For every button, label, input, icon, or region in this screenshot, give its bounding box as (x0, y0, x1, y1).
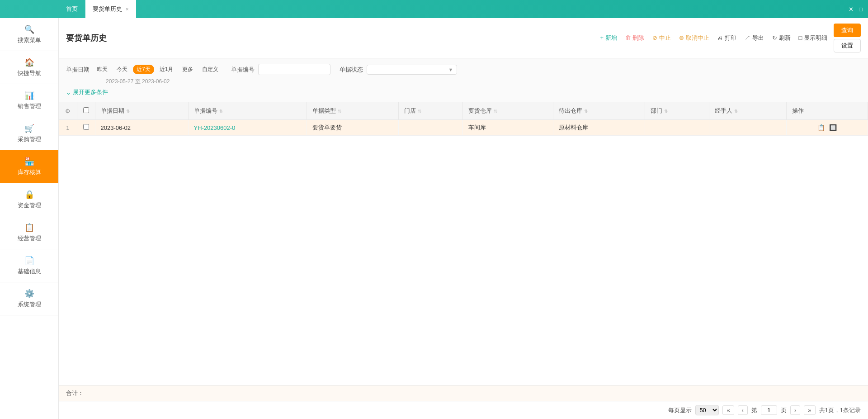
tab-requisition-history[interactable]: 要货单历史 × (85, 0, 136, 18)
close-tab-icon[interactable]: × (126, 6, 128, 12)
docno-filter-input[interactable] (258, 64, 330, 75)
date-btn-more[interactable]: 更多 (179, 65, 197, 74)
date-btn-custom[interactable]: 自定义 (198, 65, 222, 74)
top-bar-right: ✕ □ (849, 6, 868, 13)
cell-rownum: 1 (59, 120, 77, 136)
status-filter-group: 单据状态 ▼ (340, 65, 457, 75)
sort-icon-doctype: ⇅ (338, 109, 341, 114)
date-btn-today[interactable]: 今天 (113, 65, 131, 74)
pagination-bar: 每页显示 50 100 200 « ‹ 第 页 › » 共1页，1条记录 (59, 401, 868, 419)
sidebar-item-sales-mgmt[interactable]: 📊 销售管理 (0, 84, 58, 117)
finance-icon: 🔒 (24, 190, 34, 200)
tab-home[interactable]: 首页 (59, 0, 85, 18)
th-handler[interactable]: 经手人⇅ (709, 102, 786, 120)
prev-page-button[interactable]: ‹ (738, 405, 748, 415)
inventory-icon: 🏪 (24, 157, 34, 167)
th-dept[interactable]: 部门⇅ (645, 102, 709, 120)
status-filter-select[interactable]: ▼ (367, 65, 457, 75)
print-button[interactable]: 🖨 打印 (715, 32, 740, 44)
cell-dept (645, 120, 709, 136)
row-checkbox[interactable] (83, 124, 89, 130)
cell-store (399, 120, 463, 136)
date-filter-label: 单据日期 (66, 66, 90, 74)
status-filter-label: 单据状态 (340, 66, 363, 74)
query-button[interactable]: 查询 (834, 24, 861, 37)
row-detail-icon[interactable]: 🔲 (829, 124, 837, 131)
table-footer: 合计： (59, 385, 868, 401)
cell-pend-warehouse: 原材料仓库 (553, 120, 645, 136)
th-req-warehouse[interactable]: 要货仓库⇅ (462, 102, 553, 120)
docno-filter-group: 单据编号 (231, 64, 330, 75)
cell-doc-no: YH-20230602-0 (188, 120, 307, 136)
cell-handler (709, 120, 786, 136)
sidebar-item-search-menu[interactable]: 🔍 搜索菜单 (0, 18, 58, 51)
display-detail-button[interactable]: □ 显示明细 (796, 32, 830, 44)
date-filter-buttons: 昨天 今天 近7天 近1月 更多 自定义 (93, 65, 222, 74)
window-maximize-icon[interactable]: □ (859, 6, 863, 13)
date-btn-last1month[interactable]: 近1月 (156, 65, 177, 74)
sort-icon-docdate: ⇅ (126, 109, 130, 114)
page-header: 要货单历史 + 新增 🗑 删除 ⊘ 中止 ⊗ 取消中止 🖨 打印 ↗ 导出 ↻ … (59, 18, 868, 58)
th-doc-date[interactable]: 单据日期⇅ (95, 102, 188, 120)
sort-icon-handler: ⇅ (734, 109, 738, 114)
settings-button[interactable]: 设置 (834, 39, 861, 52)
th-settings[interactable]: ⚙ (59, 102, 77, 120)
sidebar-item-purchase-mgmt[interactable]: 🛒 采购管理 (0, 117, 58, 150)
sidebar-item-basic-info[interactable]: 📄 基础信息 (0, 249, 58, 282)
th-pend-warehouse[interactable]: 待出仓库⇅ (553, 102, 645, 120)
main-layout: 🔍 搜索菜单 🏠 快捷导航 📊 销售管理 🛒 采购管理 🏪 库存核算 🔒 资金管… (0, 18, 868, 419)
page-input[interactable] (761, 405, 777, 415)
sidebar-item-quick-nav[interactable]: 🏠 快捷导航 (0, 51, 58, 84)
sales-icon: 📊 (24, 90, 34, 100)
page-label-before: 第 (751, 406, 757, 414)
date-filter-group: 单据日期 昨天 今天 近7天 近1月 更多 自定义 (66, 65, 222, 74)
date-range-row: 2023-05-27 至 2023-06-02 (66, 77, 861, 86)
select-all-checkbox[interactable] (83, 107, 89, 113)
th-doc-no[interactable]: 单据编号⇅ (188, 102, 307, 120)
chevron-down-expand-icon: ⌄ (66, 89, 71, 96)
docno-filter-label: 单据编号 (231, 66, 255, 74)
refresh-button[interactable]: ↻ 刷新 (769, 32, 793, 44)
query-settings-buttons: 查询 设置 (834, 24, 861, 52)
last-page-button[interactable]: » (804, 405, 815, 415)
window-close-icon[interactable]: ✕ (849, 6, 854, 13)
home-icon: 🏠 (24, 57, 34, 67)
expand-more-button[interactable]: ⌄ 展开更多条件 (66, 86, 861, 96)
sort-icon-pend-wh: ⇅ (584, 109, 588, 114)
total-info: 共1页，1条记录 (819, 406, 861, 414)
table-header-row: ⚙ 单据日期⇅ 单据编号⇅ 单据类型⇅ 门店⇅ 要货仓库⇅ 待出仓库⇅ 部门⇅ … (59, 102, 868, 120)
row-edit-icon[interactable]: 📋 (817, 124, 825, 131)
th-actions: 操作 (786, 102, 868, 120)
filter-row: 单据日期 昨天 今天 近7天 近1月 更多 自定义 单据编号 (66, 64, 861, 75)
sidebar-item-sys-mgmt[interactable]: ⚙️ 系统管理 (0, 282, 58, 315)
sidebar-item-inventory[interactable]: 🏪 库存核算 (0, 150, 58, 183)
sort-icon-store: ⇅ (418, 109, 421, 114)
requisition-table: ⚙ 单据日期⇅ 单据编号⇅ 单据类型⇅ 门店⇅ 要货仓库⇅ 待出仓库⇅ 部门⇅ … (59, 102, 868, 136)
stop-button[interactable]: ⊘ 中止 (650, 32, 674, 44)
next-page-button[interactable]: › (790, 405, 800, 415)
chevron-down-icon: ▼ (448, 67, 453, 72)
cell-doc-date: 2023-06-02 (95, 120, 188, 136)
new-button[interactable]: + 新增 (598, 32, 620, 44)
top-bar: 首页 要货单历史 × ✕ □ (0, 0, 868, 18)
sidebar-item-finance-mgmt[interactable]: 🔒 资金管理 (0, 183, 58, 216)
th-store[interactable]: 门店⇅ (399, 102, 463, 120)
export-button[interactable]: ↗ 导出 (742, 32, 767, 44)
header-actions-bar: + 新增 🗑 删除 ⊘ 中止 ⊗ 取消中止 🖨 打印 ↗ 导出 ↻ 刷新 □ 显… (598, 24, 861, 52)
cancel-stop-button[interactable]: ⊗ 取消中止 (676, 32, 712, 44)
page-size-label: 每页显示 (668, 406, 692, 414)
th-doc-type[interactable]: 单据类型⇅ (307, 102, 399, 120)
date-btn-last7days[interactable]: 近7天 (133, 65, 154, 74)
table-row: 1 2023-06-02 YH-20230602-0 要货单要货 车间库 原材料… (59, 120, 868, 136)
cell-checkbox (77, 120, 95, 136)
first-page-button[interactable]: « (722, 405, 734, 415)
delete-button[interactable]: 🗑 删除 (623, 32, 647, 44)
page-size-select[interactable]: 50 100 200 (695, 405, 719, 415)
doc-no-link[interactable]: YH-20230602-0 (194, 124, 236, 131)
page-label-after: 页 (781, 406, 787, 414)
date-btn-yesterday[interactable]: 昨天 (93, 65, 111, 74)
sidebar-item-ops-mgmt[interactable]: 📋 经营管理 (0, 216, 58, 249)
sidebar: 🔍 搜索菜单 🏠 快捷导航 📊 销售管理 🛒 采购管理 🏪 库存核算 🔒 资金管… (0, 18, 59, 419)
table-body: 1 2023-06-02 YH-20230602-0 要货单要货 车间库 原材料… (59, 120, 868, 136)
table-wrapper: ⚙ 单据日期⇅ 单据编号⇅ 单据类型⇅ 门店⇅ 要货仓库⇅ 待出仓库⇅ 部门⇅ … (59, 102, 868, 385)
